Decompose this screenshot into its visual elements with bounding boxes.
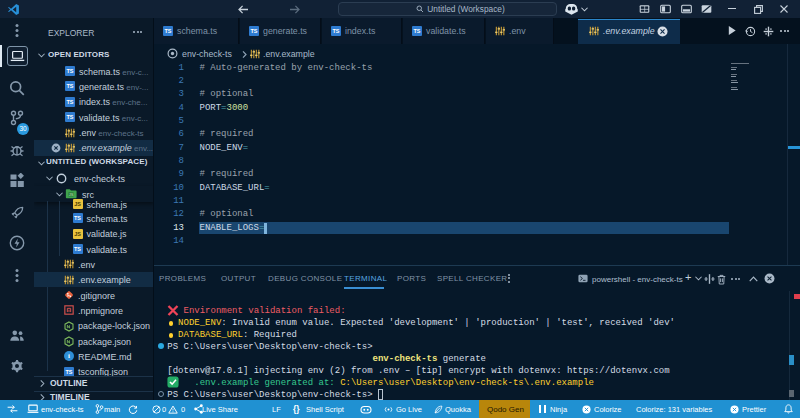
svg-text:JS: JS [69,193,74,197]
